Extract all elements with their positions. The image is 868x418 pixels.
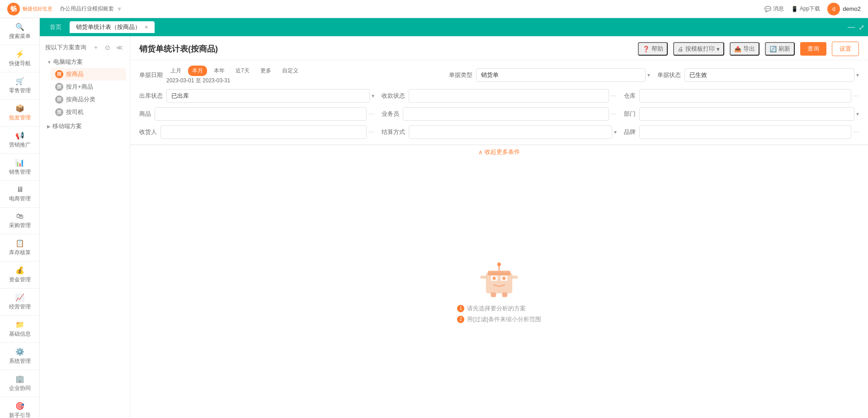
sidebar-item-wholesale[interactable]: 📦 批发管理 xyxy=(0,100,39,127)
collapse-panel-btn[interactable]: ≪ xyxy=(114,43,124,52)
goods-control: ··· xyxy=(155,107,374,121)
tab-bar: 首页 销货单统计表（按商品） ✕ — ⤢ xyxy=(40,18,868,36)
salesperson-input[interactable] xyxy=(403,107,609,121)
status-dropdown-icon[interactable]: ▾ xyxy=(856,72,859,78)
payment-status-dots[interactable]: ··· xyxy=(611,92,617,100)
sidebar-item-operations[interactable]: 📈 经营管理 xyxy=(0,289,39,316)
tree-child-by-warehouse[interactable]: 按 按司机 xyxy=(51,106,126,119)
purchase-icon: 🛍 xyxy=(16,212,24,220)
tab-maximize-btn[interactable]: ⤢ xyxy=(859,23,864,32)
page-title: 销货单统计表(按商品) xyxy=(139,43,218,54)
sidebar-item-finance-label: 资金管理 xyxy=(9,276,31,284)
sidebar-item-retail-label: 零售管理 xyxy=(9,87,31,95)
warehouse-input[interactable] xyxy=(639,89,851,103)
page-content: 按以下方案查询 ＋ ⊙ ≪ ▼ 电脑端方案 xyxy=(40,36,868,418)
status-input[interactable] xyxy=(684,68,854,82)
tab-minimize-btn[interactable]: — xyxy=(848,23,855,31)
sidebar-item-finance[interactable]: 💰 资金管理 xyxy=(0,261,39,289)
department-dropdown-icon[interactable]: ▾ xyxy=(856,111,859,117)
settlement-input[interactable] xyxy=(409,125,612,139)
help-btn[interactable]: ❓ 帮助 xyxy=(638,42,668,56)
brand-input[interactable] xyxy=(639,125,851,139)
tip-text-1: 请先选择要分析的方案 xyxy=(467,304,526,313)
print-dropdown-icon[interactable]: ▾ xyxy=(717,46,720,52)
tree-child-by-month-goods[interactable]: 按 按月+商品 xyxy=(51,81,126,93)
filter-item-warehouse: 仓库 ··· xyxy=(624,89,859,103)
status-control: ▾ xyxy=(684,68,859,82)
receiver-dots[interactable]: ··· xyxy=(368,128,374,136)
tab-sales-report[interactable]: 销货单统计表（按商品） ✕ xyxy=(70,21,155,33)
content-area: 首页 销货单统计表（按商品） ✕ — ⤢ 按以下方案查询 ＋ xyxy=(40,18,868,418)
settings-btn[interactable]: 设置 xyxy=(832,42,859,56)
tree-parent-pc[interactable]: ▼ 电脑端方案 xyxy=(43,56,126,68)
date-btn-last-month[interactable]: 上月 xyxy=(166,66,185,76)
doc-type-dropdown-icon[interactable]: ▾ xyxy=(647,72,650,78)
payment-status-input[interactable] xyxy=(409,89,609,103)
sidebar-item-system[interactable]: ⚙️ 系统管理 xyxy=(0,343,39,370)
tree-child-by-category-label: 按商品分类 xyxy=(66,95,95,104)
collapse-up-icon: ∧ xyxy=(478,149,483,156)
search-icon: 🔍 xyxy=(15,23,24,31)
refresh-scheme-btn[interactable]: ⊙ xyxy=(103,43,113,52)
date-btn-current-year[interactable]: 本年 xyxy=(210,66,229,76)
add-scheme-btn[interactable]: ＋ xyxy=(91,43,101,52)
header-right: 💬 消息 📱 App下载 d demo2 xyxy=(764,3,861,15)
left-panel: 按以下方案查询 ＋ ⊙ ≪ ▼ 电脑端方案 xyxy=(40,36,130,418)
sidebar-item-retail[interactable]: 🛒 零售管理 xyxy=(0,72,39,100)
outbound-status-input[interactable] xyxy=(166,89,370,103)
sidebar-item-search[interactable]: 🔍 搜索菜单 xyxy=(0,18,39,45)
finance-icon: 💰 xyxy=(15,266,24,275)
export-label: 导出 xyxy=(743,45,755,53)
svg-point-4 xyxy=(493,276,496,280)
tab-home[interactable]: 首页 xyxy=(43,21,68,33)
warehouse-dots[interactable]: ··· xyxy=(853,92,859,100)
sidebar-item-marketing[interactable]: 📢 营销推广 xyxy=(0,127,39,154)
dropdown-arrow-icon[interactable]: ▾ xyxy=(118,5,121,13)
sidebar-item-quick-nav[interactable]: ⚡ 快捷导航 xyxy=(0,45,39,72)
export-btn[interactable]: 📤 导出 xyxy=(730,42,760,56)
message-btn[interactable]: 💬 消息 xyxy=(764,5,784,13)
tree-parent-mobile[interactable]: ▶ 移动端方案 xyxy=(43,120,126,132)
date-btn-7days[interactable]: 近7天 xyxy=(231,66,254,76)
settlement-dropdown-icon[interactable]: ▾ xyxy=(614,129,617,135)
app-download-btn[interactable]: 📱 App下载 xyxy=(791,5,820,13)
department-input[interactable] xyxy=(639,107,854,121)
sidebar-item-sales[interactable]: 📊 销售管理 xyxy=(0,154,39,181)
goods-input[interactable] xyxy=(155,107,367,121)
date-btn-more[interactable]: 更多 xyxy=(256,66,275,76)
tree-child-by-warehouse-icon: 按 xyxy=(55,108,63,116)
date-btn-custom[interactable]: 自定义 xyxy=(278,66,302,76)
date-btn-current-month[interactable]: 本月 xyxy=(188,66,207,76)
operations-icon: 📈 xyxy=(15,293,24,302)
empty-tip-1: 1 请先选择要分析的方案 xyxy=(457,304,541,313)
main-layout: 🔍 搜索菜单 ⚡ 快捷导航 🛒 零售管理 📦 批发管理 📢 营销推广 📊 销售管… xyxy=(0,18,868,418)
sidebar-item-basic-info[interactable]: 📁 基础信息 xyxy=(0,316,39,343)
collapse-bar[interactable]: ∧ 收起更多条件 xyxy=(130,145,868,159)
filter-row-3: 商品 ··· 业务员 ··· xyxy=(139,107,859,121)
tree-child-by-category[interactable]: 按 按商品分类 xyxy=(51,93,126,106)
outbound-status-dropdown-icon[interactable]: ▾ xyxy=(372,93,374,99)
sidebar-item-purchase[interactable]: 🛍 采购管理 xyxy=(0,208,39,234)
query-btn[interactable]: 查询 xyxy=(800,42,826,56)
doc-type-input[interactable] xyxy=(476,68,646,82)
filter-item-brand: 品牌 ··· xyxy=(624,125,859,139)
print-template-btn[interactable]: 🖨 按模板打印 ▾ xyxy=(673,42,724,56)
tree-child-by-goods[interactable]: 按 按商品 xyxy=(51,68,126,81)
logo-text: 畅捷信好生意 xyxy=(23,6,52,12)
sidebar-item-guide[interactable]: 🎯 新手引导 xyxy=(0,397,39,418)
system-name: 办公用品行业模拟账套 xyxy=(60,5,114,13)
goods-dots[interactable]: ··· xyxy=(368,110,374,118)
salesperson-dots[interactable]: ··· xyxy=(611,110,617,118)
message-label: 消息 xyxy=(773,5,784,13)
tab-close-icon[interactable]: ✕ xyxy=(144,24,148,30)
sidebar-item-ecommerce[interactable]: 🖥 电商管理 xyxy=(0,181,39,208)
sidebar-item-enterprise[interactable]: 🏢 企业协同 xyxy=(0,370,39,397)
tree-child-by-month-goods-icon: 按 xyxy=(55,83,63,91)
brand-control: ··· xyxy=(639,125,859,139)
receiver-input[interactable] xyxy=(160,125,367,139)
user-profile[interactable]: d demo2 xyxy=(827,3,861,15)
wholesale-icon: 📦 xyxy=(15,104,24,113)
sidebar-item-inventory[interactable]: 📋 库存核算 xyxy=(0,234,39,261)
refresh-btn[interactable]: 🔄 刷新 xyxy=(765,42,795,56)
brand-dots[interactable]: ··· xyxy=(853,128,859,136)
